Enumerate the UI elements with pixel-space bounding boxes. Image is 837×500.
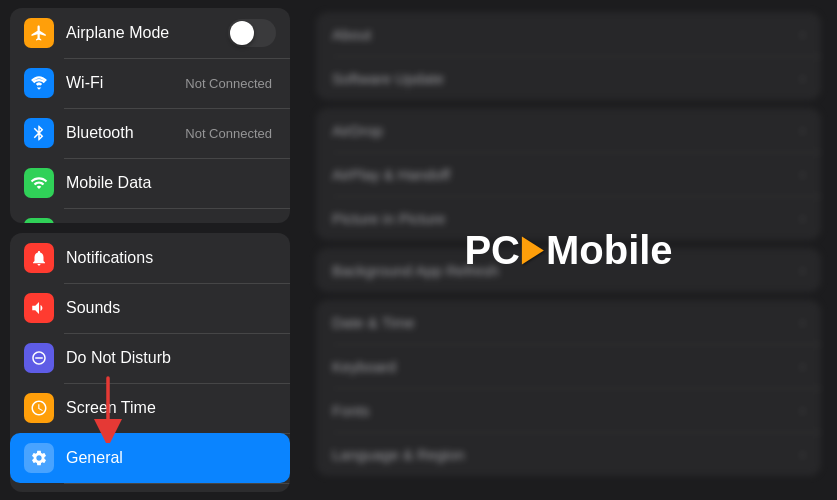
sounds-label: Sounds bbox=[66, 299, 276, 317]
date-label: Date & Time bbox=[332, 314, 415, 331]
fonts-chevron: › bbox=[800, 402, 805, 418]
bluetooth-value: Not Connected bbox=[185, 126, 272, 141]
bluetooth-label: Bluetooth bbox=[66, 124, 173, 142]
general-icon bbox=[24, 443, 54, 473]
content-group-2: AirDrop › AirPlay & Handoff › Picture in… bbox=[316, 108, 821, 240]
sidebar-item-personal-hotspot[interactable]: Personal Hotspot bbox=[10, 208, 290, 223]
keyboard-label: Keyboard bbox=[332, 358, 396, 375]
software-update-label: Software Update bbox=[332, 70, 444, 87]
watermark-cursor-icon bbox=[522, 236, 544, 264]
content-row-fonts[interactable]: Fonts › bbox=[316, 388, 821, 432]
watermark: PC Mobile bbox=[464, 228, 672, 273]
wifi-icon bbox=[24, 68, 54, 98]
wifi-value: Not Connected bbox=[185, 76, 272, 91]
airdrop-label: AirDrop bbox=[332, 122, 383, 139]
airplay-label: AirPlay & Handoff bbox=[332, 166, 450, 183]
airplane-mode-toggle[interactable] bbox=[228, 19, 276, 47]
sounds-icon bbox=[24, 293, 54, 323]
notifications-label: Notifications bbox=[66, 249, 276, 267]
airplane-mode-label: Airplane Mode bbox=[66, 24, 216, 42]
screen-time-icon bbox=[24, 393, 54, 423]
notifications-icon bbox=[24, 243, 54, 273]
watermark-pc: PC bbox=[464, 228, 520, 273]
sidebar-item-screen-time[interactable]: Screen Time bbox=[10, 383, 290, 433]
toggle-knob bbox=[230, 21, 254, 45]
airplane-icon bbox=[24, 18, 54, 48]
do-not-disturb-label: Do Not Disturb bbox=[66, 349, 276, 367]
sidebar-item-bluetooth[interactable]: Bluetooth Not Connected bbox=[10, 108, 290, 158]
content-row-about[interactable]: About › bbox=[316, 12, 821, 56]
sidebar-item-notifications[interactable]: Notifications bbox=[10, 233, 290, 283]
content-row-software-update[interactable]: Software Update › bbox=[316, 56, 821, 100]
keyboard-chevron: › bbox=[800, 358, 805, 374]
wifi-label: Wi-Fi bbox=[66, 74, 173, 92]
content-row-airdrop[interactable]: AirDrop › bbox=[316, 108, 821, 152]
content-row-airplay[interactable]: AirPlay & Handoff › bbox=[316, 152, 821, 196]
software-update-chevron: › bbox=[800, 70, 805, 86]
sidebar-item-wifi[interactable]: Wi-Fi Not Connected bbox=[10, 58, 290, 108]
general-label: General bbox=[66, 449, 276, 467]
sidebar-item-do-not-disturb[interactable]: Do Not Disturb bbox=[10, 333, 290, 383]
system-group: Notifications Sounds Do Not Disturb bbox=[10, 233, 290, 492]
language-label: Language & Region bbox=[332, 446, 465, 463]
mobile-data-icon bbox=[24, 168, 54, 198]
date-chevron: › bbox=[800, 314, 805, 330]
sidebar-item-sounds[interactable]: Sounds bbox=[10, 283, 290, 333]
content-group-4: Date & Time › Keyboard › Fonts › Languag… bbox=[316, 300, 821, 476]
content-group-1: About › Software Update › bbox=[316, 12, 821, 100]
airplay-chevron: › bbox=[800, 166, 805, 182]
connectivity-group: Airplane Mode Wi-Fi Not Connected Blueto… bbox=[10, 8, 290, 223]
sidebar-item-control-centre[interactable]: Control Centre bbox=[10, 483, 290, 492]
settings-sidebar: Airplane Mode Wi-Fi Not Connected Blueto… bbox=[0, 0, 300, 500]
about-label: About bbox=[332, 26, 371, 43]
pip-label: Picture in Picture bbox=[332, 210, 445, 227]
content-row-date[interactable]: Date & Time › bbox=[316, 300, 821, 344]
content-row-keyboard[interactable]: Keyboard › bbox=[316, 344, 821, 388]
bg-refresh-chevron: › bbox=[800, 262, 805, 278]
about-chevron: › bbox=[800, 26, 805, 42]
arrow-down-indicator bbox=[90, 373, 126, 447]
mobile-data-label: Mobile Data bbox=[66, 174, 276, 192]
watermark-mobile: Mobile bbox=[546, 228, 673, 273]
sidebar-item-mobile-data[interactable]: Mobile Data bbox=[10, 158, 290, 208]
hotspot-icon bbox=[24, 218, 54, 223]
content-row-language[interactable]: Language & Region › bbox=[316, 432, 821, 476]
main-content: About › Software Update › AirDrop › AirP… bbox=[300, 0, 837, 500]
fonts-label: Fonts bbox=[332, 402, 370, 419]
sidebar-item-general[interactable]: General bbox=[10, 433, 290, 483]
pip-chevron: › bbox=[800, 210, 805, 226]
airdrop-chevron: › bbox=[800, 122, 805, 138]
language-chevron: › bbox=[800, 446, 805, 462]
bluetooth-icon bbox=[24, 118, 54, 148]
do-not-disturb-icon bbox=[24, 343, 54, 373]
sidebar-item-airplane-mode[interactable]: Airplane Mode bbox=[10, 8, 290, 58]
